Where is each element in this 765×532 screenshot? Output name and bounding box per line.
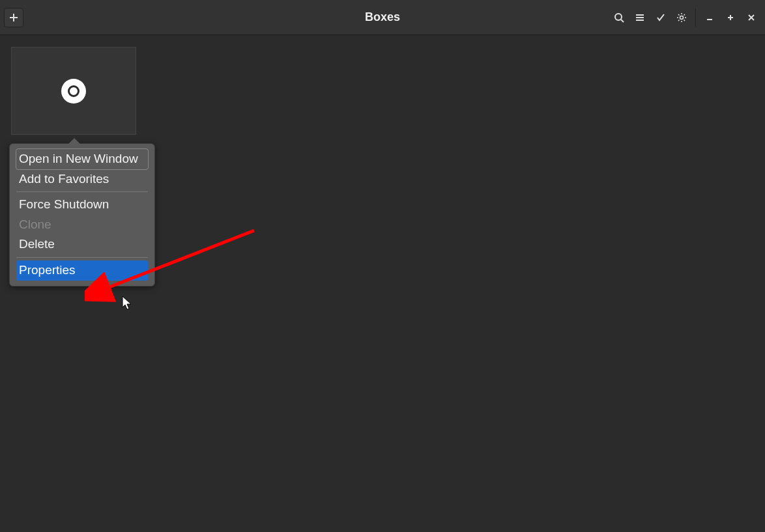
- minimize-icon: [706, 14, 714, 21]
- context-menu: Open in New Window Add to Favorites Forc…: [9, 143, 155, 287]
- content-area: Open in New Window Add to Favorites Forc…: [0, 35, 765, 532]
- menu-separator: [16, 191, 148, 192]
- vm-tile[interactable]: [11, 47, 136, 135]
- plus-icon: [9, 13, 18, 22]
- checkmark-icon: [656, 12, 666, 23]
- close-button[interactable]: [742, 8, 761, 27]
- headerbar-left: [0, 8, 23, 27]
- menu-clone: Clone: [16, 215, 148, 235]
- window-title: Boxes: [365, 10, 400, 24]
- svg-point-0: [615, 14, 622, 20]
- separator: [695, 8, 696, 27]
- menu-separator: [16, 257, 148, 258]
- headerbar: Boxes: [0, 0, 765, 35]
- select-button[interactable]: [651, 8, 671, 27]
- close-icon: [747, 14, 755, 21]
- mouse-cursor: [122, 296, 134, 311]
- svg-point-1: [680, 16, 684, 19]
- maximize-button[interactable]: [721, 8, 740, 27]
- menu-delete[interactable]: Delete: [16, 234, 148, 255]
- disc-icon: [61, 79, 86, 104]
- maximize-icon: [727, 14, 734, 21]
- menu-add-favorites[interactable]: Add to Favorites: [16, 169, 148, 189]
- menu-force-shutdown[interactable]: Force Shutdown: [16, 195, 148, 215]
- menu-open-new-window[interactable]: Open in New Window: [16, 149, 148, 169]
- menu-properties[interactable]: Properties: [16, 260, 148, 281]
- minimize-button[interactable]: [700, 8, 719, 27]
- headerbar-right: [609, 8, 765, 27]
- search-icon: [614, 12, 624, 23]
- hamburger-icon: [635, 12, 645, 23]
- search-button[interactable]: [609, 8, 629, 27]
- settings-button[interactable]: [672, 8, 691, 27]
- gear-icon: [676, 12, 687, 23]
- list-button[interactable]: [630, 8, 650, 27]
- new-button[interactable]: [4, 8, 23, 27]
